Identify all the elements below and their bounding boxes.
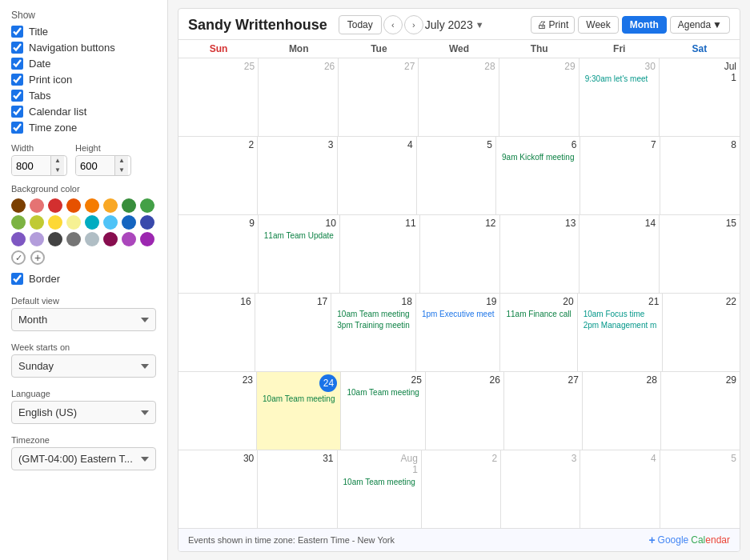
color-swatch-23[interactable] bbox=[140, 232, 154, 246]
calendar-cell-w1d0[interactable]: 2 bbox=[178, 137, 258, 214]
height-up-button[interactable]: ▲ bbox=[115, 156, 128, 166]
default-view-select[interactable]: Month bbox=[11, 308, 156, 331]
color-add-button[interactable]: + bbox=[30, 250, 45, 265]
calendar-cell-w1d4[interactable]: 69am Kickoff meeting bbox=[496, 137, 580, 214]
agenda-view-button[interactable]: Agenda ▼ bbox=[670, 16, 730, 34]
calendar-cell-w4d5[interactable]: 28 bbox=[583, 372, 661, 450]
calendar-cell-w2d1[interactable]: 1011am Team Update bbox=[259, 215, 340, 293]
calendar-event[interactable]: 9am Kickoff meeting bbox=[499, 152, 576, 162]
color-swatch-9[interactable] bbox=[30, 215, 44, 230]
google-calendar-link[interactable]: + Google Calendar bbox=[648, 534, 730, 546]
color-swatch-20[interactable] bbox=[85, 232, 99, 246]
calendar-cell-w5d1[interactable]: 31 bbox=[258, 450, 337, 528]
week-view-button[interactable]: Week bbox=[578, 16, 618, 34]
calendar-cell-w5d5[interactable]: 4 bbox=[580, 450, 660, 528]
color-swatch-12[interactable] bbox=[85, 215, 99, 230]
calendar-cell-w2d3[interactable]: 12 bbox=[420, 215, 500, 293]
calendar-cell-w4d3[interactable]: 26 bbox=[426, 372, 504, 450]
calendar-cell-w1d1[interactable]: 3 bbox=[258, 137, 337, 214]
calendar-cell-w0d1[interactable]: 26 bbox=[259, 58, 339, 136]
calendar-cell-w0d0[interactable]: 25 bbox=[178, 58, 259, 136]
calendar-cell-w3d2[interactable]: 1810am Team meeting3pm Training meetin bbox=[331, 294, 416, 371]
color-swatch-14[interactable] bbox=[122, 215, 136, 230]
calendar-cell-w5d4[interactable]: 3 bbox=[501, 450, 580, 528]
calendar-cell-w4d6[interactable]: 29 bbox=[661, 372, 740, 450]
calendar-event[interactable]: 10am Team meeting bbox=[335, 309, 412, 319]
calendar-cell-w3d4[interactable]: 2011am Finance call bbox=[500, 294, 577, 371]
color-swatch-7[interactable] bbox=[140, 198, 154, 213]
color-swatch-22[interactable] bbox=[122, 232, 136, 246]
color-swatch-5[interactable] bbox=[103, 198, 118, 213]
calendar-event[interactable]: 10am Team meeting bbox=[341, 477, 418, 487]
calendar-cell-w1d3[interactable]: 5 bbox=[417, 137, 496, 214]
today-button[interactable]: Today bbox=[339, 15, 382, 34]
width-input[interactable] bbox=[12, 157, 50, 175]
color-swatch-0[interactable] bbox=[11, 198, 26, 213]
checkbox-calendar-list[interactable] bbox=[11, 106, 23, 118]
print-button[interactable]: 🖨 Print bbox=[531, 16, 576, 34]
calendar-cell-w5d3[interactable]: 2 bbox=[422, 450, 501, 528]
calendar-cell-w2d4[interactable]: 13 bbox=[500, 215, 580, 293]
language-select[interactable]: English (US) bbox=[11, 401, 156, 424]
calendar-cell-w4d0[interactable]: 23 bbox=[178, 372, 257, 450]
color-swatch-2[interactable] bbox=[48, 198, 62, 213]
calendar-cell-w2d6[interactable]: 15 bbox=[660, 215, 740, 293]
calendar-event[interactable]: 10am Team meeting bbox=[260, 394, 337, 404]
calendar-event[interactable]: 2pm Management m bbox=[581, 320, 660, 330]
calendar-cell-w2d2[interactable]: 11 bbox=[340, 215, 420, 293]
calendar-cell-w0d6[interactable]: Jul 1 bbox=[660, 58, 740, 136]
checkbox-print-icon[interactable] bbox=[11, 74, 23, 86]
calendar-cell-w0d5[interactable]: 309:30am let's meet bbox=[580, 58, 660, 136]
color-swatch-11[interactable] bbox=[66, 215, 81, 230]
next-button[interactable]: › bbox=[404, 15, 423, 34]
color-swatch-17[interactable] bbox=[30, 232, 44, 246]
checkbox-nav-buttons[interactable] bbox=[11, 42, 23, 54]
calendar-event[interactable]: 11am Finance call bbox=[503, 309, 573, 319]
color-swatch-8[interactable] bbox=[11, 215, 26, 230]
color-swatch-19[interactable] bbox=[66, 232, 81, 246]
timezone-select[interactable]: (GMT-04:00) Eastern T... bbox=[11, 447, 156, 470]
color-swatch-18[interactable] bbox=[48, 232, 62, 246]
calendar-cell-w3d1[interactable]: 17 bbox=[255, 294, 332, 371]
calendar-cell-w4d2[interactable]: 2510am Team meeting bbox=[341, 372, 425, 450]
calendar-cell-w5d0[interactable]: 30 bbox=[178, 450, 258, 528]
height-input[interactable] bbox=[76, 157, 114, 175]
calendar-cell-w3d3[interactable]: 191pm Executive meet bbox=[416, 294, 501, 371]
calendar-cell-w4d4[interactable]: 27 bbox=[504, 372, 583, 450]
color-swatch-15[interactable] bbox=[140, 215, 154, 230]
color-swatch-16[interactable] bbox=[11, 232, 26, 246]
color-swatch-13[interactable] bbox=[103, 215, 118, 230]
checkbox-title[interactable] bbox=[11, 26, 23, 38]
calendar-cell-w2d0[interactable]: 9 bbox=[178, 215, 259, 293]
calendar-cell-w1d6[interactable]: 8 bbox=[660, 137, 740, 214]
calendar-cell-w0d2[interactable]: 27 bbox=[339, 58, 419, 136]
color-swatch-6[interactable] bbox=[122, 198, 136, 213]
calendar-event[interactable]: 10am Team meeting bbox=[344, 387, 421, 398]
color-swatch-10[interactable] bbox=[48, 215, 62, 230]
calendar-cell-w5d2[interactable]: Aug 110am Team meeting bbox=[338, 450, 422, 528]
color-swatch-1[interactable] bbox=[30, 198, 44, 213]
width-up-button[interactable]: ▲ bbox=[51, 156, 64, 166]
calendar-cell-w1d2[interactable]: 4 bbox=[338, 137, 417, 214]
calendar-event[interactable]: 10am Focus time bbox=[581, 309, 660, 319]
width-down-button[interactable]: ▼ bbox=[51, 166, 64, 175]
border-checkbox[interactable] bbox=[11, 273, 23, 285]
calendar-event[interactable]: 3pm Training meetin bbox=[335, 320, 412, 330]
calendar-cell-w3d0[interactable]: 16 bbox=[178, 294, 255, 371]
calendar-cell-w4d1[interactable]: 2410am Team meeting bbox=[257, 372, 341, 450]
calendar-cell-w0d3[interactable]: 28 bbox=[419, 58, 499, 136]
prev-button[interactable]: ‹ bbox=[383, 15, 403, 34]
checkbox-tabs[interactable] bbox=[11, 90, 23, 102]
checkbox-time-zone[interactable] bbox=[11, 122, 23, 134]
month-view-button[interactable]: Month bbox=[622, 16, 667, 34]
calendar-cell-w3d6[interactable]: 22 bbox=[663, 294, 740, 371]
calendar-cell-w0d4[interactable]: 29 bbox=[499, 58, 580, 136]
calendar-event[interactable]: 1pm Executive meet bbox=[419, 309, 497, 319]
height-down-button[interactable]: ▼ bbox=[115, 166, 128, 175]
color-check-button[interactable]: ✓ bbox=[11, 250, 26, 265]
calendar-cell-w2d5[interactable]: 14 bbox=[580, 215, 660, 293]
color-swatch-21[interactable] bbox=[103, 232, 118, 246]
calendar-cell-w5d6[interactable]: 5 bbox=[660, 450, 740, 528]
calendar-event[interactable]: 11am Team Update bbox=[262, 230, 336, 241]
checkbox-date[interactable] bbox=[11, 58, 23, 70]
